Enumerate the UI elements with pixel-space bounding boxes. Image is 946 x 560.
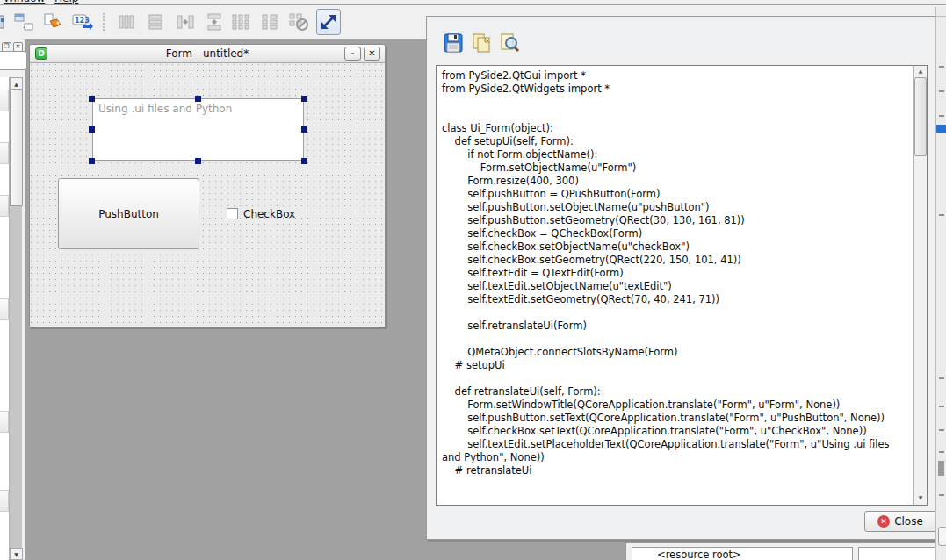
resize-handle-e[interactable]	[301, 126, 307, 133]
qt-designer-screen: Window Help 123	[0, 0, 946, 560]
code-line: self.checkBox.setObjectName(u"checkBox")	[442, 241, 913, 254]
code-scrollbar[interactable]: ▲ ▼	[913, 66, 927, 505]
code-line: self.textEdit.setGeometry(QRect(70, 40, …	[442, 293, 913, 306]
resize-handle-w[interactable]	[89, 126, 95, 133]
form-window: D Form - untitled* - ✕ Using .ui files a…	[29, 44, 386, 327]
scroll-down-icon[interactable]: ▼	[10, 548, 23, 560]
menu-help[interactable]: Help	[54, 0, 78, 4]
tree-mark	[939, 66, 944, 68]
widget-list-item[interactable]	[0, 298, 9, 320]
menubar: Window Help	[0, 0, 946, 4]
resize-handle-s[interactable]	[195, 158, 201, 164]
pushbutton-widget[interactable]: PushButton	[58, 178, 199, 249]
tree-mark	[939, 406, 944, 407]
resource-list[interactable]	[858, 547, 937, 560]
code-line	[442, 109, 913, 122]
scrollbar-thumb[interactable]	[914, 77, 927, 156]
textedit-placeholder: Using .ui files and Python	[93, 99, 303, 118]
resize-handle-se[interactable]	[301, 158, 307, 164]
checkbox-label: CheckBox	[243, 208, 295, 220]
toolbar-separator	[103, 13, 105, 31]
widget-list-item[interactable]	[0, 490, 9, 512]
code-line	[442, 333, 913, 346]
form-window-titlebar[interactable]: D Form - untitled* - ✕	[30, 45, 385, 63]
close-dialog-button[interactable]: ✕ Close	[864, 511, 936, 532]
code-line: # setupUi	[442, 359, 913, 372]
code-line	[442, 96, 913, 109]
tree-mark	[939, 377, 944, 379]
minimize-button[interactable]: -	[344, 47, 361, 61]
lay-out-in-grid-icon[interactable]	[228, 9, 253, 35]
code-line	[442, 372, 913, 385]
resize-handle-n[interactable]	[195, 96, 201, 102]
code-line: Form.setWindowTitle(QCoreApplication.tra…	[442, 398, 913, 412]
menu-window[interactable]: Window	[4, 0, 45, 4]
resource-tree[interactable]: <resource root>	[632, 547, 853, 560]
edit-widgets-icon[interactable]	[0, 9, 9, 35]
code-line: self.pushButton.setGeometry(QRect(30, 13…	[442, 214, 913, 227]
code-line: def retranslateUi(self, Form):	[442, 385, 913, 398]
close-button[interactable]: ✕	[364, 47, 380, 61]
svg-text:123: 123	[75, 17, 90, 25]
code-line: self.textEdit = QTextEdit(Form)	[442, 267, 913, 280]
code-line: from PySide2.QtWidgets import *	[442, 83, 913, 96]
resize-handle-ne[interactable]	[301, 96, 307, 102]
right-panel-fragment	[935, 7, 946, 560]
widget-list-scrollbar[interactable]: ▲ ▼	[9, 77, 22, 560]
textedit-widget[interactable]: Using .ui files and Python	[92, 98, 304, 161]
button-fragment	[938, 527, 946, 546]
code-text: from PySide2.QtGui import *from PySide2.…	[437, 66, 913, 477]
code-line: self.retranslateUi(Form)	[442, 319, 913, 333]
edit-signals-slots-icon[interactable]	[11, 9, 36, 35]
code-line: # retranslateUi	[442, 464, 913, 477]
lay-out-horizontally-icon[interactable]	[114, 9, 139, 35]
close-red-icon: ✕	[877, 515, 890, 528]
lay-out-vertically-icon[interactable]	[143, 9, 168, 35]
resize-handle-sw[interactable]	[89, 158, 95, 164]
code-line: self.checkBox = QCheckBox(Form)	[442, 227, 913, 241]
panel-edge	[936, 16, 946, 17]
tree-mark	[939, 494, 944, 496]
save-icon[interactable]	[443, 32, 464, 54]
code-line: and Python", None))	[442, 451, 913, 464]
checkbox-widget[interactable]: CheckBox	[225, 196, 314, 232]
find-icon[interactable]	[499, 32, 520, 54]
widget-filter-input[interactable]	[0, 51, 27, 70]
scrollbar-thumb-fragment	[938, 461, 944, 476]
code-line: QMetaObject.connectSlotsByName(Form)	[442, 346, 913, 359]
code-line: Form.resize(400, 300)	[442, 175, 913, 188]
code-line: Form.setObjectName(u"Form")	[442, 162, 913, 175]
widget-list-item[interactable]	[0, 411, 9, 433]
scroll-down-icon[interactable]: ▼	[914, 492, 927, 504]
code-preview-dialog: from PySide2.QtGui import *from PySide2.…	[426, 16, 935, 540]
widget-list-item[interactable]	[0, 195, 9, 217]
copy-icon[interactable]	[471, 32, 492, 54]
tree-mark	[939, 90, 944, 92]
checkbox-indicator[interactable]	[227, 208, 238, 219]
form-canvas[interactable]: Using .ui files and Python PushButton Ch…	[31, 63, 384, 327]
scroll-up-icon[interactable]: ▲	[10, 77, 23, 90]
lay-out-horizontally-in-splitter-icon[interactable]	[173, 9, 198, 35]
code-line: self.textEdit.setObjectName(u"textEdit")	[442, 280, 913, 293]
code-line: self.checkBox.setGeometry(QRect(220, 150…	[442, 254, 913, 267]
resize-handle-nw[interactable]	[89, 96, 95, 102]
widget-list-item[interactable]	[0, 142, 9, 164]
adjust-size-icon[interactable]	[316, 9, 341, 35]
code-line: class Ui_Form(object):	[442, 122, 913, 135]
lay-out-in-form-layout-icon[interactable]	[257, 9, 282, 35]
code-line: from PySide2.QtGui import *	[442, 69, 913, 83]
resource-root-item[interactable]: <resource root>	[632, 548, 852, 560]
scrollbar-thumb[interactable]	[10, 90, 23, 206]
break-layout-icon[interactable]	[286, 9, 311, 35]
widget-list-item[interactable]	[0, 90, 9, 111]
code-line: self.checkBox.setText(QCoreApplication.t…	[442, 425, 913, 438]
lay-out-vertically-in-splitter-icon[interactable]	[202, 9, 227, 35]
edit-buddies-icon[interactable]	[40, 9, 65, 35]
code-line: self.pushButton.setText(QCoreApplication…	[442, 412, 913, 425]
code-view[interactable]: from PySide2.QtGui import *from PySide2.…	[436, 65, 928, 506]
code-line	[442, 306, 913, 319]
widget-list	[0, 77, 9, 560]
edit-tab-order-icon[interactable]: 123	[70, 9, 95, 35]
widget-box-panel: ❐ ✕ ▲ ▼	[0, 39, 25, 560]
scroll-up-icon[interactable]: ▲	[914, 66, 927, 77]
